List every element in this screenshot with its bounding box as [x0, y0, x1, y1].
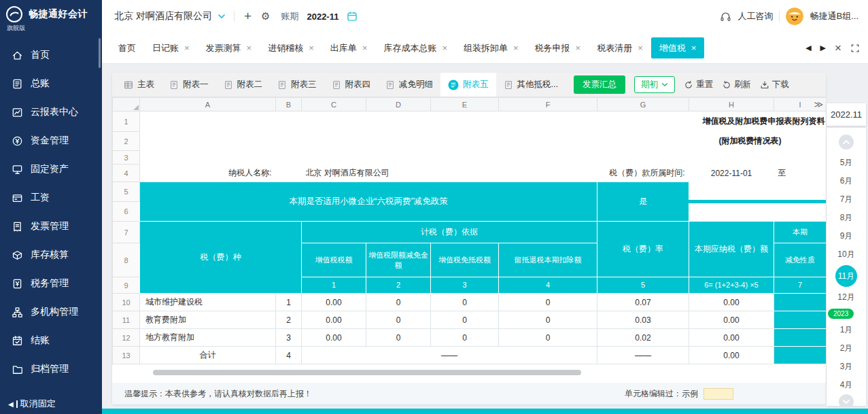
rate-cell[interactable]: 0.02	[597, 329, 689, 347]
column-header[interactable]: H	[689, 98, 774, 111]
index-cell[interactable]: 6= (1+2+3-4) ×5	[689, 277, 774, 294]
row-header[interactable]: 2	[113, 132, 140, 151]
column-header[interactable]: B	[276, 98, 302, 111]
invoice-summary-button[interactable]: 发票汇总	[574, 75, 625, 94]
tab-assembly-order[interactable]: 组装拆卸单×	[455, 37, 527, 58]
seq-cell[interactable]: 2	[276, 311, 302, 329]
row-header[interactable]: 13	[113, 347, 140, 364]
total-payable-cell[interactable]: 0.00	[689, 347, 774, 364]
value-cell[interactable]: 0	[499, 311, 597, 329]
row-header[interactable]: 3	[113, 151, 140, 165]
sidebar-item-archive[interactable]: 归档管理	[0, 355, 102, 383]
period-scroll-down-button[interactable]	[839, 394, 854, 406]
tab-purchase-audit[interactable]: 进销稽核×	[260, 37, 322, 58]
header-vat-amount[interactable]: 增值税税额	[302, 243, 366, 277]
nature-cell[interactable]	[774, 329, 827, 347]
column-header[interactable]: G	[597, 98, 689, 111]
seq-cell[interactable]: 3	[276, 329, 302, 347]
period-month[interactable]: 1月	[827, 321, 866, 339]
close-all-tabs-button[interactable]: ×	[835, 42, 841, 54]
row-header[interactable]: 12	[113, 329, 140, 347]
sidebar-item-general-ledger[interactable]: 总账	[0, 69, 102, 98]
unpin-sidebar-button[interactable]: ◀ 取消固定	[8, 398, 56, 410]
row-header[interactable]: 8	[113, 243, 140, 277]
sidebar-item-inventory[interactable]: 库存核算	[0, 241, 102, 269]
value-cell[interactable]: 0	[431, 329, 499, 347]
row-header[interactable]: 7	[113, 222, 140, 243]
index-cell[interactable]: 4	[499, 277, 597, 294]
period-month[interactable]: 3月	[827, 358, 866, 376]
close-tab-icon[interactable]: ×	[576, 44, 581, 52]
column-header[interactable]: F	[499, 98, 597, 111]
period-scroll-up-button[interactable]	[839, 135, 854, 150]
tax-name-cell[interactable]: 城市维护建设税	[140, 294, 276, 311]
period-month[interactable]: 12月	[827, 288, 866, 307]
value-cell[interactable]: 0.00	[302, 294, 366, 311]
close-tab-icon[interactable]: ×	[638, 44, 643, 52]
select-all-corner[interactable]	[113, 98, 140, 111]
cell[interactable]	[689, 182, 827, 202]
period-current[interactable]: 2022.11	[827, 103, 866, 126]
row-header[interactable]: 11	[113, 311, 140, 329]
header-tax-basis[interactable]: 计税（费）依据	[302, 222, 597, 243]
header-tax-type[interactable]: 税（费）种	[140, 222, 302, 294]
value-cell[interactable]: 0.00	[302, 329, 366, 347]
subtab-schedule-5[interactable]: 附表五	[440, 73, 496, 97]
fullscreen-icon[interactable]	[850, 44, 860, 53]
tax-name-cell[interactable]: 教育费附加	[140, 311, 276, 329]
rate-cell[interactable]: 0.07	[597, 294, 689, 311]
tab-home[interactable]: 首页	[110, 37, 144, 58]
subtab-main-table[interactable]: 主表	[116, 73, 162, 97]
sidebar-item-tax[interactable]: 税务管理	[0, 269, 102, 298]
row-header[interactable]: 6	[113, 202, 140, 222]
subtab-schedule-2[interactable]: 附表二	[216, 73, 271, 97]
sheet-subtitle[interactable]: (附加税费情况表)	[140, 132, 827, 151]
value-cell[interactable]: 0	[366, 294, 431, 311]
close-tab-icon[interactable]: ×	[362, 44, 368, 52]
horizontal-scrollbar[interactable]	[153, 370, 581, 375]
index-cell[interactable]: 5	[597, 277, 689, 294]
company-selector[interactable]: 北京 对啊酒店有限公司	[114, 10, 226, 22]
payable-cell[interactable]: 0.00	[689, 311, 774, 329]
header-reduction-nature[interactable]: 减免性质	[774, 243, 827, 277]
subtab-reduction-detail[interactable]: 减免明细	[378, 73, 440, 97]
seq-cell[interactable]: 4	[276, 347, 302, 364]
tax-name-cell[interactable]: 地方教育附加	[140, 329, 276, 347]
tab-scroll-right-button[interactable]: ▶	[820, 44, 826, 52]
header-retained-deduction[interactable]: 留抵退税本期扣除额	[499, 243, 597, 277]
subtab-schedule-4[interactable]: 附表四	[324, 73, 379, 97]
taxpayer-label[interactable]: 纳税人名称:	[140, 165, 276, 182]
row-header[interactable]: 10	[113, 294, 140, 311]
tab-inventory-cost-ledger[interactable]: 库存成本总账×	[375, 37, 455, 58]
opening-balance-button[interactable]: 期初	[634, 76, 675, 93]
header-rate[interactable]: 税（费）率	[597, 222, 689, 277]
period-month[interactable]: 4月	[827, 376, 866, 394]
sidebar-item-funds[interactable]: 资金管理	[0, 126, 102, 155]
cell[interactable]	[689, 202, 827, 222]
seq-cell[interactable]: 1	[276, 294, 302, 311]
period-from-cell[interactable]: 2022-11-01	[689, 165, 774, 182]
tab-vat[interactable]: 增值税×	[651, 37, 705, 58]
refresh-button[interactable]: 刷新	[722, 79, 751, 90]
consult-link[interactable]: 人工咨询	[737, 10, 773, 22]
period-value[interactable]: 2022-11	[307, 12, 338, 22]
index-cell[interactable]: 1	[302, 277, 366, 294]
row-header[interactable]: 4	[113, 165, 140, 182]
sidebar-item-payroll[interactable]: 工资	[0, 184, 102, 212]
period-month-selected[interactable]: 11月	[835, 265, 857, 287]
row-header[interactable]: 9	[113, 277, 140, 294]
period-belong-label[interactable]: 税（费）款所属时间:	[597, 165, 689, 182]
tab-outbound-order[interactable]: 出库单×	[322, 37, 376, 58]
total-rate-cell[interactable]: ——	[597, 347, 689, 364]
value-cell[interactable]: 0	[499, 329, 597, 347]
sidebar-item-cloud-reports[interactable]: 云报表中心	[0, 98, 102, 126]
user-name[interactable]: 畅捷通B组...	[810, 10, 858, 22]
total-label-cell[interactable]: 合计	[140, 347, 276, 364]
avatar[interactable]	[786, 7, 803, 25]
close-tab-icon[interactable]: ×	[442, 44, 447, 52]
settings-gear-icon[interactable]: ⚙	[261, 10, 270, 22]
sidebar-item-multi-org[interactable]: 多机构管理	[0, 298, 102, 326]
nature-cell[interactable]	[774, 294, 827, 311]
period-month[interactable]: 10月	[827, 245, 866, 264]
sheet-title[interactable]: 增值税及附加税费申报表附列资料	[140, 111, 827, 132]
